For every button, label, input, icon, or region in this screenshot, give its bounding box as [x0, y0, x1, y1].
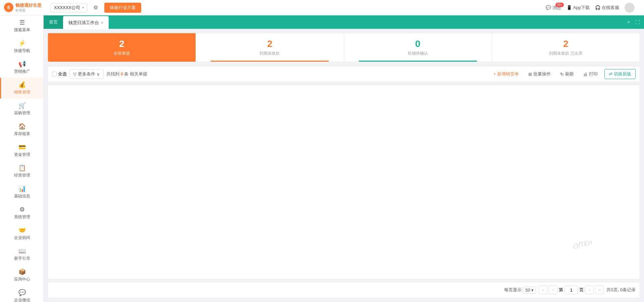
first-page-button[interactable]: «: [539, 286, 547, 294]
table-area: [48, 85, 640, 279]
finance-label: 资金管理: [14, 152, 30, 158]
marketing-icon: 📢: [18, 60, 26, 68]
print-button[interactable]: 🖨 打印: [581, 70, 600, 78]
checkbox-icon: [52, 72, 57, 76]
stat-card-all[interactable]: 2 全部单据: [48, 33, 196, 62]
sidebar-item-quick-nav[interactable]: ⚡ 快捷导航: [0, 36, 43, 57]
last-page-button[interactable]: »: [595, 286, 604, 294]
logo-text: 畅捷通好生意 标准版: [15, 3, 42, 13]
batch-operation-button[interactable]: ⊞ 批量操作: [526, 70, 553, 78]
system-label: 系统管理: [14, 214, 30, 220]
total-info: 共0页, 0条记录: [606, 287, 636, 293]
app-download-label: App下载: [573, 5, 590, 11]
found-count: 0: [121, 71, 123, 76]
sidebar-item-marketing[interactable]: 📢 营销推广: [0, 57, 43, 78]
top-header: 6 畅捷通好生意 标准版 XXXXXX公司 ▾ ⚙ 体验行业方案 💬 消息 99…: [0, 0, 644, 15]
add-icon: + 新增销货单: [493, 71, 519, 77]
page-prefix: 第: [559, 287, 563, 293]
wechat-label: 企业微信: [14, 297, 30, 302]
switch-label: 切换新版: [614, 71, 631, 76]
chevron-down-page-icon: ▾: [531, 288, 534, 293]
sidebar-item-sales[interactable]: 💰 销售管理: [0, 78, 43, 99]
main-layout: ☰ 搜索菜单 ⚡ 快捷导航 📢 营销推广 💰 销售管理 🛒 采购管理 🏠 库存核…: [0, 15, 644, 302]
company-selector[interactable]: XXXXXX公司 ▾: [50, 3, 88, 12]
refresh-button[interactable]: ↻ 刷新: [557, 70, 577, 78]
logo-badge: 标准版: [15, 8, 42, 12]
sidebar-item-enterprise[interactable]: 🤝 企业协同: [0, 223, 43, 244]
search-menu-icon: ☰: [19, 19, 25, 26]
tab-min-button[interactable]: ×: [626, 18, 631, 26]
switch-icon: ⇄: [609, 71, 612, 76]
settings-button[interactable]: ⚙: [90, 2, 101, 13]
tab-bar-actions: × ⛶: [626, 18, 644, 26]
page-number-input[interactable]: [565, 286, 578, 294]
sidebar-item-finance[interactable]: 💳 资金管理: [0, 140, 43, 161]
add-sale-order-button[interactable]: + 新增销货单: [491, 70, 522, 78]
sidebar-item-basic-info[interactable]: 📊 基础信息: [0, 182, 43, 202]
online-service-label: 在线客服: [602, 5, 619, 11]
logo-area: 6 畅捷通好生意 标准版: [4, 3, 48, 13]
stat-label-all: 全部单据: [55, 51, 189, 56]
chevron-down-filter-icon: ∨: [97, 72, 100, 77]
online-service-button[interactable]: 🎧 在线客服: [595, 5, 619, 11]
purchase-icon: 🛒: [18, 102, 26, 109]
app-download-button[interactable]: 📱 App下载: [567, 5, 590, 11]
stat-number-overdue: 2: [203, 39, 337, 49]
app-center-label: 应用中心: [14, 277, 30, 282]
per-page-label: 每页显示: [504, 287, 522, 293]
logo-main: 畅捷通好生意: [15, 3, 42, 8]
next-page-button[interactable]: >: [585, 286, 594, 294]
sidebar-item-purchase[interactable]: 🛒 采购管理: [0, 99, 43, 119]
per-page-select[interactable]: 50 ▾: [523, 287, 536, 294]
tab-max-button[interactable]: ⛶: [634, 18, 641, 26]
operation-label: 经营管理: [14, 173, 30, 178]
sidebar-item-system[interactable]: ⚙ 系统管理: [0, 202, 43, 223]
message-button[interactable]: 💬 消息 99+: [546, 5, 561, 11]
tab-active-label: 钱货日清工作台: [68, 20, 99, 26]
stat-label-shipped: 到期未收款 已出库: [499, 51, 633, 56]
app-download-icon: 📱: [567, 5, 572, 10]
stat-underline-wangfu: [359, 61, 477, 62]
sidebar-item-search[interactable]: ☰ 搜索菜单: [0, 15, 43, 36]
operation-icon: 📋: [18, 164, 26, 172]
stat-card-overdue[interactable]: 2 到期未收款: [196, 33, 344, 62]
filter-label: 更多条件: [78, 71, 95, 77]
toolbar-left: 全选 ▽ 更多条件 ∨ 共找到 0 条 相关单据: [52, 69, 488, 79]
sidebar-item-inventory[interactable]: 🏠 库存核算: [0, 119, 43, 140]
page-size-selector: 每页显示 50 ▾: [504, 287, 536, 294]
page-nav: « < 第 页 > »: [539, 286, 604, 294]
tab-active[interactable]: 钱货日清工作台 ×: [63, 16, 109, 29]
basic-info-icon: 📊: [18, 185, 26, 192]
tab-home[interactable]: 首页: [44, 15, 63, 29]
stat-label-wangfu: 旺辅待确认: [351, 51, 485, 56]
quick-nav-label: 快捷导航: [14, 48, 30, 54]
chevron-down-icon: ▾: [82, 6, 84, 9]
filter-button[interactable]: ▽ 更多条件 ∨: [69, 69, 104, 79]
select-all-checkbox[interactable]: 全选: [52, 71, 67, 77]
basic-info-label: 基础信息: [14, 193, 30, 199]
trial-button[interactable]: 体验行业方案: [104, 3, 141, 13]
purchase-label: 采购管理: [14, 110, 30, 116]
tab-close-button[interactable]: ×: [101, 20, 103, 25]
stat-card-shipped[interactable]: 2 到期未收款 已出库: [492, 33, 640, 62]
stats-row: 2 全部单据 2 到期未收款 0 旺辅待确认 2 到期未收款 已出库: [48, 33, 640, 62]
sidebar-item-wechat[interactable]: 💬 企业微信: [0, 286, 43, 302]
switch-version-button[interactable]: ⇄ 切换新版: [604, 69, 636, 79]
prev-page-button[interactable]: <: [549, 286, 557, 294]
app-center-icon: 📦: [18, 268, 26, 276]
tab-home-label: 首页: [49, 19, 58, 25]
guide-icon: 📖: [18, 247, 26, 255]
stat-number-all: 2: [55, 39, 189, 49]
system-icon: ⚙: [19, 206, 25, 213]
sidebar-item-guide[interactable]: 📖 新手引导: [0, 244, 43, 265]
logo-icon: 6: [4, 3, 13, 12]
stat-number-wangfu: 0: [351, 39, 485, 49]
stat-card-wangfu[interactable]: 0 旺辅待确认: [344, 33, 492, 62]
avatar[interactable]: [625, 3, 635, 13]
wechat-icon: 💬: [18, 289, 26, 296]
sidebar-item-app-center[interactable]: 📦 应用中心: [0, 265, 43, 286]
select-all-label: 全选: [58, 71, 67, 77]
guide-label: 新手引导: [14, 256, 30, 261]
content-area: 首页 钱货日清工作台 × × ⛶ 2 全部单据 2 到期未收款: [44, 15, 644, 302]
sidebar-item-operation[interactable]: 📋 经营管理: [0, 161, 43, 182]
